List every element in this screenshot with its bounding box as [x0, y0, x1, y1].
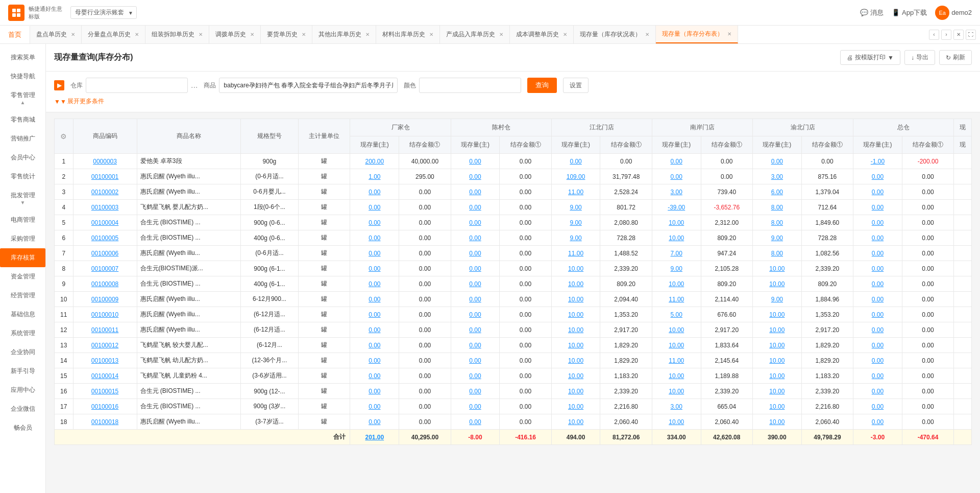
tab-close-2[interactable]: ✕ — [135, 32, 139, 37]
total-jbmd-amt: 81,272.06 — [600, 430, 652, 445]
tab-6[interactable]: 其他出库单历史✕ — [312, 26, 376, 43]
refresh-btn[interactable]: ↻ 刷新 — [939, 50, 972, 65]
table-row: 1 0000003 爱他美 卓萃3段 900g 罐 200.00 40,000.… — [55, 154, 972, 169]
app-download-btn[interactable]: 📱 App下载 — [892, 8, 927, 17]
sidebar-item-finance[interactable]: 资金管理 — [0, 267, 45, 286]
sidebar-item-member2[interactable]: 畅会员 — [0, 418, 45, 437]
tab-prev-btn[interactable]: ‹ — [929, 30, 939, 40]
sidebar-item-apps[interactable]: 应用中心 — [0, 381, 45, 400]
sidebar-item-wecom[interactable]: 企业微信 — [0, 400, 45, 418]
page-actions: 🖨 按模版打印 ▼ ↓ 导出 ↻ 刷新 — [840, 50, 972, 71]
tab-7[interactable]: 材料出库单历史✕ — [376, 26, 440, 43]
row-jbmd-qty: 9.00 — [551, 230, 600, 246]
tab-next-btn[interactable]: › — [941, 30, 951, 40]
sidebar-item-basic[interactable]: 基础信息 — [0, 305, 45, 324]
tab-expand-btn[interactable]: ⛶ — [966, 30, 976, 40]
row-spec: 400g (6-1... — [240, 276, 298, 292]
row-namd-qty: 10.00 — [652, 384, 701, 399]
sidebar-item-search[interactable]: 搜索英单 — [0, 48, 45, 67]
sidebar-item-member[interactable]: 会员中心 — [0, 148, 45, 167]
row-ccc-qty: 0.00 — [451, 399, 500, 414]
sidebar-item-retail-mall[interactable]: 零售商城 — [0, 110, 45, 129]
tab-9[interactable]: 成本调整单历史✕ — [510, 26, 574, 43]
sidebar-item-nav[interactable]: 快捷导航 — [0, 67, 45, 86]
sidebar-item-marketing[interactable]: 营销推广 — [0, 129, 45, 148]
table-area: ⚙ 商品编码 商品名称 规格型号 主计量单位 厂家仓 陈村仓 江北门店 南岸门店… — [46, 112, 980, 493]
sidebar-item-inventory[interactable]: 库存核算 — [0, 248, 45, 267]
svg-rect-3 — [17, 13, 20, 17]
tab-close-1[interactable]: ✕ — [71, 32, 75, 37]
sidebar-item-system[interactable]: 系统管理 — [0, 324, 45, 343]
row-ccc-amt: 0.00 — [500, 184, 551, 200]
row-jbmd-amt: 1,829.20 — [600, 338, 652, 353]
row-ccc-qty: 0.00 — [451, 215, 500, 230]
tab-close-10[interactable]: ✕ — [645, 32, 649, 37]
row-namd-qty: 7.00 — [652, 246, 701, 261]
row-cjc-amt: 0.00 — [399, 322, 451, 338]
row-cjc-amt: 0.00 — [399, 292, 451, 307]
account-dropdown[interactable]: 母婴行业演示账套 ▼ — [70, 6, 137, 19]
row-ccc-amt: 0.00 — [500, 230, 551, 246]
tab-close-4[interactable]: ✕ — [250, 32, 254, 37]
row-name: 合生元 (BIOSTIME) ... — [137, 399, 240, 414]
export-btn[interactable]: ↓ 导出 — [904, 50, 935, 65]
col-settings-header[interactable]: ⚙ — [55, 119, 74, 154]
sidebar-item-ecom[interactable]: 电商管理 — [0, 210, 45, 229]
tab-close-11[interactable]: ✕ — [727, 31, 731, 37]
settings-icon[interactable]: ⚙ — [60, 132, 67, 140]
sidebar-item-collab[interactable]: 企业协同 — [0, 343, 45, 362]
sidebar-item-retail-stat[interactable]: 零售统计 — [0, 167, 45, 186]
warehouse-input[interactable] — [86, 78, 188, 93]
tab-close-9[interactable]: ✕ — [563, 32, 567, 37]
total-label: 合计 — [55, 430, 350, 445]
message-btn[interactable]: 💬 消息 — [860, 8, 884, 17]
row-jbmd-qty: 10.00 — [551, 399, 600, 414]
tab-3[interactable]: 组装拆卸单历史✕ — [145, 26, 209, 43]
row-namd-qty: 9.00 — [652, 261, 701, 276]
tab-close-6[interactable]: ✕ — [365, 32, 370, 37]
row-ybmd-qty: 8.00 — [752, 215, 801, 230]
row-unit: 罐 — [299, 276, 350, 292]
sidebar-item-purchase[interactable]: 采购管理 — [0, 229, 45, 248]
expand-more-btn[interactable]: ▼▼ 展开更多条件 — [54, 97, 972, 106]
tab-10[interactable]: 现存量（库存状况表）✕ — [574, 26, 656, 43]
tab-close-7[interactable]: ✕ — [429, 32, 433, 37]
row-zc-amt: 0.00 — [902, 292, 953, 307]
zc-amt-header: 结存金额① — [902, 136, 953, 154]
tab-close-5[interactable]: ✕ — [302, 32, 306, 37]
row-jbmd-qty: 10.00 — [551, 292, 600, 307]
tab-close-all-btn[interactable]: ✕ — [953, 30, 964, 40]
row-spec: (0-6月适... — [240, 246, 298, 261]
print-btn[interactable]: 🖨 按模版打印 ▼ — [840, 50, 900, 65]
sidebar-item-ops[interactable]: 经营管理 — [0, 286, 45, 305]
row-zc-qty: 0.00 — [853, 414, 902, 430]
table-row: 10 00100009 惠氏启醒 (Wyeth illu... 6-12月900… — [55, 292, 972, 307]
tab-8[interactable]: 产成品入库单历史✕ — [440, 26, 510, 43]
sidebar-item-guide[interactable]: 新手引导 — [0, 362, 45, 381]
tab-11[interactable]: 现存量（库存分布表）✕ — [656, 26, 738, 43]
row-cjc-qty: 0.00 — [350, 399, 399, 414]
row-jbmd-amt: 2,094.40 — [600, 292, 652, 307]
tab-2[interactable]: 分量盘点单历史✕ — [82, 26, 145, 43]
row-code: 00100018 — [73, 414, 137, 430]
sidebar-item-retail-mgmt[interactable]: 零售管理▲ — [0, 86, 45, 110]
tab-5[interactable]: 要货单历史✕ — [261, 26, 312, 43]
settings-btn[interactable]: 设置 — [563, 78, 589, 93]
tab-home[interactable]: 首页 — [0, 26, 30, 43]
warehouse-header-ccc: 陈村仓 — [451, 119, 551, 136]
goods-input[interactable] — [219, 78, 398, 93]
sidebar-item-wholesale[interactable]: 批发管理▼ — [0, 186, 45, 210]
tab-4[interactable]: 调拨单历史✕ — [209, 26, 261, 43]
user-menu[interactable]: Ea demo2 — [935, 6, 972, 20]
tab-1[interactable]: 盘点单历史✕ — [30, 26, 82, 43]
tab-close-3[interactable]: ✕ — [199, 32, 203, 37]
tab-close-8[interactable]: ✕ — [499, 32, 503, 37]
warehouse-dots[interactable]: ... — [191, 81, 198, 90]
row-namd-qty: 11.00 — [652, 292, 701, 307]
expand-toggle-btn[interactable]: ▶ — [54, 80, 64, 90]
color-input[interactable] — [419, 78, 521, 93]
row-unit: 罐 — [299, 215, 350, 230]
row-ccc-qty: 0.00 — [451, 322, 500, 338]
query-btn[interactable]: 查询 — [527, 78, 557, 93]
col-name-header: 商品名称 — [137, 119, 240, 154]
